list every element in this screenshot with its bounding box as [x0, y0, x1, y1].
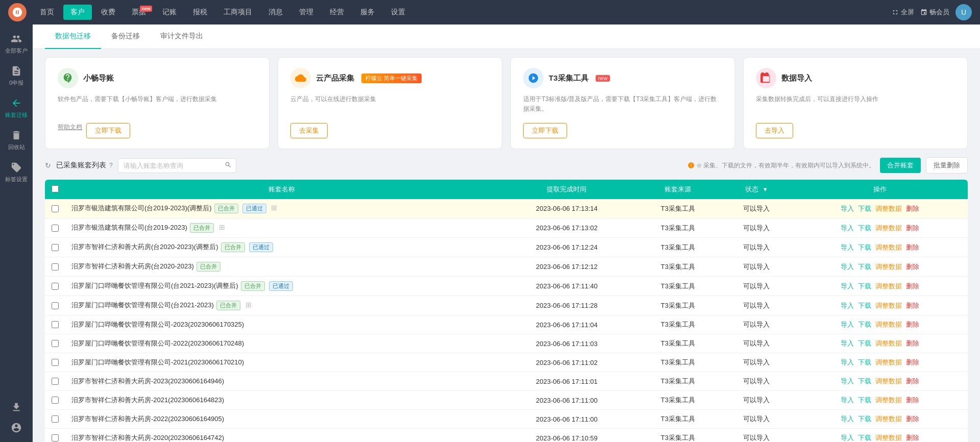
action-delete[interactable]: 删除 [906, 243, 919, 251]
row-checkbox[interactable] [52, 359, 59, 366]
nav-client[interactable]: 客户 [63, 5, 92, 20]
row-extra-icon[interactable]: ⊞ [271, 204, 277, 212]
action-delete[interactable]: 删除 [906, 263, 919, 271]
action-delete[interactable]: 删除 [906, 377, 919, 385]
action-导入[interactable]: 导入 [841, 243, 854, 251]
action-导入[interactable]: 导入 [841, 339, 854, 347]
row-checkbox[interactable] [52, 205, 59, 212]
sidebar-item-tag-settings[interactable]: 标签设置 [2, 157, 31, 187]
row-checkbox[interactable] [52, 434, 59, 441]
app-logo[interactable] [8, 3, 27, 21]
nav-service[interactable]: 服务 [353, 5, 382, 20]
action-adjust[interactable]: 调整数据 [875, 321, 902, 328]
t3-download-button[interactable]: 立即下载 [523, 123, 567, 138]
action-导入[interactable]: 导入 [841, 263, 854, 271]
fullscreen-button[interactable]: 全屏 [892, 8, 914, 17]
action-adjust[interactable]: 调整数据 [875, 434, 902, 441]
action-adjust[interactable]: 调整数据 [875, 243, 902, 251]
action-下载[interactable]: 下载 [858, 282, 871, 290]
search-button[interactable] [220, 159, 236, 173]
action-导入[interactable]: 导入 [841, 434, 854, 441]
action-adjust[interactable]: 调整数据 [875, 224, 902, 232]
action-delete[interactable]: 删除 [906, 358, 919, 366]
action-下载[interactable]: 下载 [858, 415, 871, 423]
action-导入[interactable]: 导入 [841, 377, 854, 385]
action-导入[interactable]: 导入 [841, 358, 854, 366]
nav-fee[interactable]: 收费 [94, 5, 122, 20]
status-sort-icon[interactable]: ▼ [763, 186, 768, 192]
row-checkbox[interactable] [52, 244, 59, 251]
action-下载[interactable]: 下载 [858, 224, 871, 232]
sidebar-item-download[interactable] [2, 397, 31, 418]
action-下载[interactable]: 下载 [858, 377, 871, 385]
nav-message[interactable]: 消息 [261, 5, 290, 20]
action-delete[interactable]: 删除 [906, 434, 919, 441]
action-adjust[interactable]: 调整数据 [875, 339, 902, 347]
action-导入[interactable]: 导入 [841, 205, 854, 212]
action-adjust[interactable]: 调整数据 [875, 263, 902, 271]
data-import-button[interactable]: 去导入 [756, 123, 793, 138]
action-导入[interactable]: 导入 [841, 321, 854, 328]
action-下载[interactable]: 下载 [858, 339, 871, 347]
search-input[interactable] [118, 159, 220, 172]
row-extra-icon[interactable]: ⊞ [219, 223, 225, 231]
action-adjust[interactable]: 调整数据 [875, 415, 902, 423]
sidebar-item-all-clients[interactable]: 全部客户 [2, 29, 31, 59]
action-下载[interactable]: 下载 [858, 263, 871, 271]
action-下载[interactable]: 下载 [858, 302, 871, 309]
action-下载[interactable]: 下载 [858, 205, 871, 212]
row-checkbox[interactable] [52, 378, 59, 385]
action-delete[interactable]: 删除 [906, 396, 919, 404]
row-checkbox[interactable] [52, 321, 59, 328]
row-checkbox[interactable] [52, 263, 59, 271]
batch-delete-button[interactable]: 批量删除 [926, 157, 968, 174]
action-下载[interactable]: 下载 [858, 396, 871, 404]
nav-home[interactable]: 首页 [33, 5, 61, 20]
row-checkbox[interactable] [52, 302, 59, 309]
action-delete[interactable]: 删除 [906, 224, 919, 232]
action-delete[interactable]: 删除 [906, 205, 919, 212]
nav-operation[interactable]: 经营 [323, 5, 351, 20]
nav-manage[interactable]: 管理 [292, 5, 321, 20]
action-下载[interactable]: 下载 [858, 321, 871, 328]
nav-bookkeeping[interactable]: 记账 [155, 5, 184, 20]
row-extra-icon[interactable]: ⊞ [246, 301, 252, 309]
nav-tax[interactable]: 报税 [186, 5, 214, 20]
sidebar-item-user-profile[interactable] [2, 418, 31, 438]
sidebar-item-account-migrate[interactable]: 账套迁移 [2, 93, 31, 123]
row-checkbox[interactable] [52, 225, 59, 232]
action-delete[interactable]: 删除 [906, 321, 919, 328]
member-button[interactable]: 畅会员 [920, 8, 949, 17]
nav-ticket[interactable]: 票据 new [125, 5, 153, 20]
action-adjust[interactable]: 调整数据 [875, 358, 902, 366]
row-checkbox[interactable] [52, 415, 59, 423]
sidebar-item-zero-report[interactable]: 0申报 [2, 61, 31, 91]
row-checkbox[interactable] [52, 340, 59, 347]
action-delete[interactable]: 删除 [906, 339, 919, 347]
row-checkbox[interactable] [52, 283, 59, 290]
action-下载[interactable]: 下载 [858, 434, 871, 441]
action-adjust[interactable]: 调整数据 [875, 302, 902, 309]
select-all-checkbox[interactable] [52, 185, 59, 192]
action-导入[interactable]: 导入 [841, 302, 854, 309]
help-doc-link[interactable]: 帮助文档 [58, 123, 82, 138]
tab-data-migrate[interactable]: 数据包迁移 [45, 24, 101, 49]
merge-account-button[interactable]: 合并账套 [880, 158, 921, 173]
action-delete[interactable]: 删除 [906, 302, 919, 309]
action-导入[interactable]: 导入 [841, 415, 854, 423]
action-导入[interactable]: 导入 [841, 396, 854, 404]
action-adjust[interactable]: 调整数据 [875, 282, 902, 290]
row-checkbox[interactable] [52, 397, 59, 404]
sidebar-item-recycle[interactable]: 回收站 [2, 125, 31, 155]
action-adjust[interactable]: 调整数据 [875, 205, 902, 212]
nav-settings[interactable]: 设置 [384, 5, 412, 20]
action-导入[interactable]: 导入 [841, 224, 854, 232]
user-avatar[interactable]: U [955, 4, 972, 20]
action-导入[interactable]: 导入 [841, 282, 854, 290]
tab-audit-export[interactable]: 审计文件导出 [150, 24, 213, 49]
action-delete[interactable]: 删除 [906, 415, 919, 423]
small-account-download-button[interactable]: 立即下载 [86, 123, 130, 138]
action-adjust[interactable]: 调整数据 [875, 396, 902, 404]
list-help-icon[interactable]: ? [109, 162, 113, 169]
nav-business[interactable]: 工商项目 [216, 5, 259, 20]
